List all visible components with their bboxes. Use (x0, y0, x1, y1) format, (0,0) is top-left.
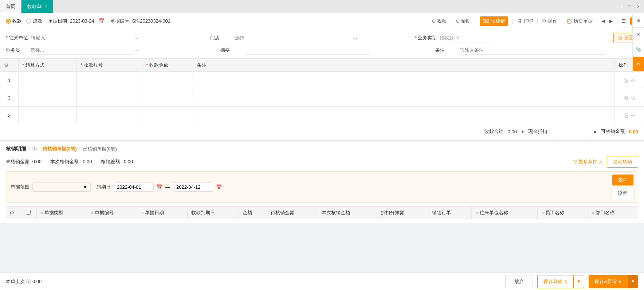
tab-home-label: 首页 (6, 3, 15, 10)
tab-home[interactable]: 首页 (0, 0, 21, 13)
refund-radio[interactable]: 退款 (26, 18, 42, 24)
row-remark-2[interactable] (193, 89, 615, 107)
row-account-1[interactable] (77, 72, 142, 89)
table-settings-th[interactable]: ⚙ (0, 59, 19, 72)
help-btn[interactable]: ⊙ 帮助 (456, 18, 471, 24)
save-draft-button[interactable]: 保存草稿 ∧ (537, 275, 574, 288)
salesperson-field: 业务员 ··· (6, 46, 209, 55)
verif-value: 0.00 (629, 129, 638, 134)
row-copy-icon-2[interactable]: ⊕ (631, 95, 635, 101)
row-account-2[interactable] (77, 89, 142, 107)
view-toggle-list[interactable]: ☰ (622, 19, 626, 24)
note-label: 备注 (435, 47, 457, 54)
more-filter-btn[interactable]: ▽ 更多条件 ∧ (573, 158, 602, 165)
calendar-from-icon[interactable]: 📅 (157, 184, 162, 190)
help-icon: ⊙ (456, 18, 460, 24)
close-btn[interactable]: × (635, 4, 641, 9)
row-remark-1[interactable] (193, 72, 615, 89)
sidebar-email-btn[interactable]: ✉ (633, 28, 644, 42)
range-select[interactable]: ▼ (32, 183, 91, 192)
diff-label: 核销差额: 0.00 (101, 158, 133, 165)
partner-label: * 往来单位 (6, 35, 28, 41)
partner-field: * 往来单位 ··· (6, 34, 199, 42)
row-amount-2[interactable] (142, 89, 193, 107)
date-to-input[interactable] (173, 183, 213, 192)
verif-table-gear-th[interactable]: ⚙ (6, 207, 22, 219)
operation-btn[interactable]: ⚙ 操作 (542, 18, 557, 24)
discount-input[interactable] (553, 128, 589, 135)
store-dots-btn[interactable]: ··· (353, 35, 357, 41)
auto-verif-button[interactable]: 自动核销 (607, 156, 638, 168)
select-all-checkbox[interactable] (26, 210, 31, 215)
partner-input[interactable] (31, 34, 133, 42)
verif-info-icon[interactable]: ⓘ (32, 146, 37, 152)
filter-settings-button[interactable]: 设置 (612, 188, 633, 199)
summary-input[interactable] (245, 46, 369, 55)
save-new-group: 保存&新增 ∧ ▼ (589, 275, 638, 288)
video-btn-label: 视频 (437, 18, 447, 24)
row-amount-1[interactable] (142, 72, 193, 89)
biz-type-select[interactable]: 预收款 ▼ (440, 33, 498, 43)
date-from-input[interactable] (114, 183, 154, 192)
col-account-header: * 收款账号 (77, 59, 142, 72)
range-arrow: ▼ (83, 184, 87, 190)
row-remark-3[interactable] (193, 107, 615, 124)
row-amount-3[interactable] (142, 107, 193, 124)
nav-prev-btn[interactable]: ◀ (602, 19, 605, 24)
tab-done[interactable]: 已核销单据(0笔) (83, 146, 117, 152)
row-copy-icon-1[interactable]: ⊕ (631, 78, 635, 83)
video-btn[interactable]: ⊙ 视频 (432, 18, 447, 24)
partner-dots-btn[interactable]: ··· (134, 35, 139, 41)
shortcut-btn[interactable]: ⌨ 快捷键 (480, 16, 508, 26)
row-delete-icon-3[interactable]: 🗑 (624, 113, 629, 118)
query-button[interactable]: 查询 (612, 175, 633, 185)
salesperson-input[interactable] (31, 46, 133, 55)
tab-receipt[interactable]: 收款单 × (21, 0, 53, 13)
row-settle-2[interactable] (19, 89, 77, 107)
col-settle-header: * 结算方式 (19, 59, 77, 72)
save-new-arrow: ∧ (618, 279, 622, 284)
divider4 (537, 18, 538, 24)
maximize-btn[interactable]: □ (627, 4, 632, 9)
divider2 (475, 18, 475, 24)
note-input[interactable] (460, 46, 606, 55)
receipt-radio-dot (6, 19, 11, 24)
tab-close-icon[interactable]: × (44, 4, 47, 9)
sidebar-attach-btn[interactable]: 📎 (633, 42, 644, 57)
col-current-verif: 本次核销金额 (318, 207, 377, 219)
verif-gear-icon[interactable]: ⚙ (10, 210, 14, 216)
row-settle-3[interactable] (19, 107, 77, 124)
store-input[interactable] (235, 34, 352, 42)
history-btn[interactable]: 📋 历史单据 (566, 18, 593, 24)
save-draft-dropdown-btn[interactable]: ▼ (574, 275, 585, 288)
right-sidebar: ⊞ ✉ 📎 ✂ (632, 13, 644, 71)
row-delete-icon-2[interactable]: 🗑 (624, 95, 629, 101)
salesperson-dots-btn[interactable]: ··· (134, 47, 138, 53)
row-copy-icon-3[interactable]: ⊕ (631, 113, 635, 118)
row-action-3: 🗑 ⊕ (615, 107, 644, 124)
minimize-btn[interactable]: — (618, 4, 624, 9)
receipt-table: ⚙ * 结算方式 * 收款账号 * 收款金额 备注 操作 (0, 59, 644, 124)
receipt-refund-toggle: 收款 退款 (6, 18, 42, 24)
save-new-dropdown-btn[interactable]: ▼ (628, 275, 638, 288)
save-new-button[interactable]: 保存&新增 ∧ (589, 275, 628, 288)
checkbox-th[interactable] (22, 207, 37, 219)
footer-info-icon[interactable]: ⓘ (26, 278, 31, 285)
row-settle-1[interactable] (19, 72, 77, 89)
row-account-3[interactable] (77, 107, 142, 124)
col-due-date: 收款到期日 (188, 207, 239, 219)
sidebar-table-btn[interactable]: ⊞ (633, 13, 644, 28)
abandon-button[interactable]: 放弃 (505, 275, 533, 288)
table-gear-icon[interactable]: ⚙ (4, 62, 9, 68)
biz-type-label: * 业务类型 (415, 35, 437, 41)
tab-pending[interactable]: 待核销单据(0笔) (43, 146, 77, 152)
date-calendar-icon[interactable]: 📅 (99, 18, 105, 24)
row-delete-icon-1[interactable]: 🗑 (624, 78, 629, 83)
nav-next-btn[interactable]: ▶ (609, 19, 613, 24)
print-btn-label: 打印 (523, 18, 533, 24)
calendar-to-icon[interactable]: 📅 (216, 184, 222, 190)
sidebar-screenshot-btn[interactable]: ✂ (633, 57, 644, 71)
print-btn[interactable]: 🖨 打印 (517, 18, 533, 24)
shortcut-icon: ⌨ (483, 18, 490, 24)
receipt-radio[interactable]: 收款 (6, 18, 22, 24)
